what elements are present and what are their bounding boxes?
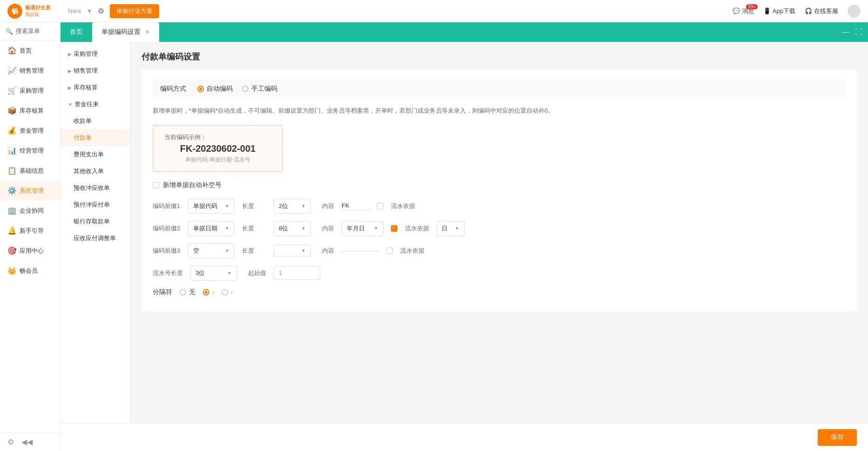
sidebar-item-sales[interactable]: 📈 销售管理 bbox=[0, 61, 60, 81]
auto-fill-checkbox[interactable] bbox=[153, 182, 159, 188]
sidebar-settings-icon[interactable]: ⚙ bbox=[7, 438, 14, 446]
sep-dot-radio[interactable] bbox=[222, 289, 228, 296]
prefix2-length-select[interactable]: 8位 ▼ bbox=[274, 221, 311, 236]
enterprise-icon: 🏢 bbox=[7, 206, 16, 215]
prefix1-serial-checkbox[interactable] bbox=[377, 203, 384, 209]
prefix3-chevron-down-icon: ▼ bbox=[225, 248, 229, 253]
sub-nav-advance-pay[interactable]: 预付冲应付单 bbox=[61, 196, 130, 213]
prefix3-length-select[interactable]: ▼ bbox=[274, 245, 311, 256]
prefix3-select[interactable]: 空 ▼ bbox=[188, 243, 235, 258]
sidebar-item-system-label: 系统管理 bbox=[20, 187, 44, 195]
start-value-input[interactable] bbox=[274, 266, 320, 280]
tab-minimize-icon[interactable]: — bbox=[842, 28, 849, 36]
message-icon: 💬 bbox=[733, 7, 740, 14]
auto-encode-radio[interactable] bbox=[197, 86, 204, 92]
online-service-item[interactable]: 🎧 在线客服 bbox=[805, 7, 838, 15]
sep-dash-option[interactable]: · bbox=[203, 289, 214, 296]
sep-none-option[interactable]: 无 bbox=[180, 288, 195, 296]
sidebar-item-guide[interactable]: 🔔 新手引导 bbox=[0, 221, 60, 241]
tab-home[interactable]: 首页 bbox=[61, 22, 92, 42]
manual-encode-radio[interactable] bbox=[242, 86, 249, 92]
manual-encode-option[interactable]: 手工编码 bbox=[242, 85, 277, 93]
user-avatar[interactable] bbox=[848, 5, 861, 18]
app-download-item[interactable]: 📱 App下载 bbox=[763, 7, 795, 15]
prefix1-select[interactable]: 单据代码 ▼ bbox=[188, 199, 235, 214]
sub-nav-advance-collect[interactable]: 预收冲应收单 bbox=[61, 180, 130, 196]
auto-encode-option[interactable]: 自动编码 bbox=[197, 85, 233, 93]
prefix2-length-chevron-icon: ▼ bbox=[301, 226, 306, 231]
message-item[interactable]: 💬 消息 99+ bbox=[733, 7, 754, 15]
dropdown-arrow-icon[interactable]: ▼ bbox=[87, 8, 92, 14]
sub-nav-group-inventory: ▶ 库存核算 bbox=[61, 79, 130, 96]
sidebar-item-app-center[interactable]: 🎯 应用中心 bbox=[0, 241, 60, 261]
prefix1-chevron-down-icon: ▼ bbox=[225, 203, 229, 209]
sidebar-item-enterprise[interactable]: 🏢 企业协同 bbox=[0, 201, 60, 221]
prefix1-length-label: 长度 bbox=[242, 202, 270, 210]
sub-nav-funds[interactable]: ▼ 资金往来 bbox=[61, 96, 130, 113]
prefix1-length-select[interactable]: 2位 ▼ bbox=[274, 199, 311, 214]
tab-home-label: 首页 bbox=[70, 28, 83, 36]
sub-nav-payment[interactable]: 付款单 bbox=[61, 129, 130, 146]
sub-nav-advance-collect-label: 预收冲应收单 bbox=[74, 184, 110, 191]
header-right: 💬 消息 99+ 📱 App下载 🎧 在线客服 bbox=[733, 5, 861, 18]
online-service-label: 在线客服 bbox=[814, 7, 838, 15]
sidebar-item-home[interactable]: 🏠 首页 bbox=[0, 40, 60, 61]
serial-length-select[interactable]: 3位 ▼ bbox=[190, 266, 237, 281]
trial-button[interactable]: 体验行业方案 bbox=[110, 4, 159, 18]
sidebar-item-finance[interactable]: 💰 资金管理 bbox=[0, 121, 60, 141]
sep-none-radio[interactable] bbox=[180, 289, 186, 296]
tab-encoding[interactable]: 单据编码设置 ✕ bbox=[92, 22, 159, 42]
encoding-method-row: 编码方式 自动编码 手工编码 bbox=[153, 79, 846, 99]
serial-length-value: 3位 bbox=[195, 269, 205, 277]
sub-nav-payment-label: 付款单 bbox=[74, 134, 92, 141]
sidebar-item-operation[interactable]: 📊 经营管理 bbox=[0, 141, 60, 161]
tab-encoding-label: 单据编码设置 bbox=[101, 28, 141, 36]
prefix2-serial-checkbox[interactable] bbox=[391, 225, 397, 232]
sep-dash-radio[interactable] bbox=[203, 289, 209, 296]
sidebar-item-basic[interactable]: 📋 基础信息 bbox=[0, 161, 60, 181]
sep-dot-option[interactable]: · bbox=[222, 289, 233, 296]
search-menu[interactable]: 🔍 搜索菜单 bbox=[0, 22, 60, 40]
main-layout: 🔍 搜索菜单 🏠 首页 📈 销售管理 🛒 采购管理 📦 库存核算 💰 资金管理 … bbox=[0, 22, 868, 451]
sep-dash-label: · bbox=[212, 289, 214, 296]
prefix2-select[interactable]: 单据日期 ▼ bbox=[188, 221, 235, 236]
content-area: 首页 单据编码设置 ✕ — ⛶ ▶ 采购管理 bbox=[61, 22, 868, 451]
sub-nav-ap-adjust[interactable]: 应收应付调整单 bbox=[61, 230, 130, 247]
sidebar-item-system[interactable]: ⚙️ 系统管理 bbox=[0, 181, 60, 201]
sep-none-label: 无 bbox=[189, 288, 195, 296]
sub-nav-bank-deposit[interactable]: 银行存取款单 bbox=[61, 213, 130, 230]
prefix2-serial-day-select[interactable]: 日 ▼ bbox=[437, 221, 464, 236]
sub-nav-inventory[interactable]: ▶ 库存核算 bbox=[61, 79, 130, 96]
sub-nav-receipt[interactable]: 收款单 bbox=[61, 113, 130, 129]
prefix3-serial-label: 流水依据 bbox=[400, 247, 424, 255]
save-button[interactable]: 保存 bbox=[818, 429, 857, 446]
sub-nav-sales[interactable]: ▶ 销售管理 bbox=[61, 62, 130, 79]
sidebar-item-guide-label: 新手引导 bbox=[20, 227, 44, 235]
chevron-right-icon2: ▶ bbox=[68, 68, 72, 74]
header-gear-icon[interactable]: ⚙ bbox=[98, 7, 104, 15]
sidebar-item-inventory[interactable]: 📦 库存核算 bbox=[0, 101, 60, 121]
sub-nav-expense[interactable]: 费用支出单 bbox=[61, 146, 130, 163]
prefix1-length-value: 2位 bbox=[279, 202, 288, 210]
logo-area: 畅 畅通好生意 拖品版 bbox=[7, 4, 68, 19]
prefix1-serial-label: 流水依据 bbox=[391, 202, 415, 210]
prefix1-label: 编码前缀1 bbox=[153, 202, 181, 210]
sidebar-item-member[interactable]: 👑 畅会员 bbox=[0, 261, 60, 281]
prefix3-length-group: 长度 ▼ bbox=[242, 245, 311, 256]
tab-close-icon[interactable]: ✕ bbox=[145, 29, 150, 35]
info-text: 新增单据时，*单据编码*自动生成，不可编辑。前缀设置为部门、业务员等档案类，开单… bbox=[153, 106, 846, 116]
auto-encode-label: 自动编码 bbox=[207, 85, 233, 93]
sub-nav-purchase[interactable]: ▶ 采购管理 bbox=[61, 46, 130, 62]
sidebar-item-purchase[interactable]: 🛒 采购管理 bbox=[0, 81, 60, 101]
sidebar-bottom: ⚙ ◀◀ bbox=[0, 432, 60, 451]
prefix3-serial-checkbox[interactable] bbox=[386, 248, 393, 254]
sub-nav-funds-label: 资金往来 bbox=[74, 100, 99, 108]
prefix2-content-select[interactable]: 年月日 ▼ bbox=[342, 221, 384, 236]
sub-nav-other-income[interactable]: 其他收入单 bbox=[61, 163, 130, 180]
search-icon: 🔍 bbox=[6, 28, 13, 35]
sep-dot-label: · bbox=[231, 289, 233, 296]
sidebar-collapse-icon[interactable]: ◀◀ bbox=[21, 438, 33, 446]
prefix1-row: 编码前缀1 单据代码 ▼ 长度 2位 ▼ 内容 bbox=[153, 199, 846, 214]
tab-maximize-icon[interactable]: ⛶ bbox=[855, 28, 862, 36]
sub-nav-bank-deposit-label: 银行存取款单 bbox=[74, 218, 110, 225]
